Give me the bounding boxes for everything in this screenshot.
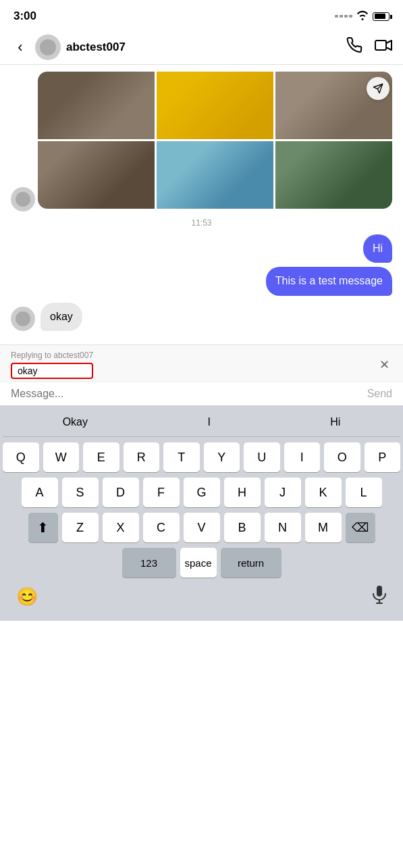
wifi-icon xyxy=(356,11,369,22)
key-g[interactable]: G xyxy=(184,478,220,507)
key-s[interactable]: S xyxy=(62,478,99,507)
chat-area: 11:53 Hi This is a test message okay xyxy=(0,65,403,344)
key-q[interactable]: Q xyxy=(3,442,39,472)
battery-icon xyxy=(373,12,389,21)
key-t[interactable]: T xyxy=(163,442,200,472)
photo-4[interactable] xyxy=(38,141,155,209)
emoji-button[interactable]: 😊 xyxy=(16,586,38,607)
reply-info: Replying to abctest007 okay xyxy=(11,351,93,379)
timestamp: 11:53 xyxy=(11,218,392,228)
avatar-image-2 xyxy=(16,311,30,326)
key-m[interactable]: M xyxy=(305,513,342,542)
phone-icon[interactable] xyxy=(346,37,362,57)
avatar-image xyxy=(40,39,56,55)
nav-actions xyxy=(346,37,392,57)
reply-close-button[interactable]: ✕ xyxy=(377,355,392,375)
video-call-icon[interactable] xyxy=(375,37,392,57)
key-n[interactable]: N xyxy=(265,513,301,542)
photo-message-row xyxy=(11,72,392,211)
keyboard-row-4: 123 space return xyxy=(3,548,400,578)
photo-1[interactable] xyxy=(38,72,155,139)
receiver-avatar-2 xyxy=(11,307,35,331)
reply-quote-text: okay xyxy=(11,363,93,379)
sent-bubble-hi[interactable]: Hi xyxy=(363,234,392,263)
key-i[interactable]: I xyxy=(284,442,321,472)
suggestion-i[interactable]: I xyxy=(199,413,218,431)
key-v[interactable]: V xyxy=(184,513,220,542)
status-bar: 3:00 xyxy=(0,0,403,30)
backspace-key[interactable]: ⌫ xyxy=(346,513,375,542)
status-icons xyxy=(335,11,389,22)
space-key[interactable]: space xyxy=(180,548,217,578)
key-w[interactable]: W xyxy=(43,442,80,472)
signal-icon xyxy=(335,15,352,18)
bottom-bar: 😊 xyxy=(0,580,403,621)
key-j[interactable]: J xyxy=(265,478,301,507)
key-d[interactable]: D xyxy=(103,478,139,507)
photo-6[interactable] xyxy=(275,141,392,209)
svg-rect-0 xyxy=(375,41,386,50)
key-c[interactable]: C xyxy=(143,513,180,542)
keyboard-row-1: Q W E R T Y U I O P xyxy=(3,442,400,472)
receiver-avatar xyxy=(11,187,35,211)
avatar-image xyxy=(16,192,30,207)
key-a[interactable]: A xyxy=(22,478,58,507)
key-o[interactable]: O xyxy=(324,442,360,472)
key-e[interactable]: E xyxy=(83,442,119,472)
key-k[interactable]: K xyxy=(305,478,342,507)
key-z[interactable]: Z xyxy=(62,513,99,542)
key-l[interactable]: L xyxy=(346,478,382,507)
back-button[interactable]: ‹ xyxy=(11,39,30,56)
num-key[interactable]: 123 xyxy=(122,548,176,578)
return-key[interactable]: return xyxy=(221,548,281,578)
suggestion-okay[interactable]: Okay xyxy=(55,413,96,431)
key-x[interactable]: X xyxy=(103,513,139,542)
svg-marker-1 xyxy=(386,41,392,50)
keyboard-row-3: ⬆ Z X C V B N M ⌫ xyxy=(3,513,400,542)
message-input[interactable] xyxy=(11,388,360,400)
suggestion-hi[interactable]: Hi xyxy=(322,413,348,431)
sent-messages-group: Hi This is a test message xyxy=(11,234,392,296)
svg-rect-4 xyxy=(377,586,382,596)
received-message-row: okay xyxy=(11,303,392,331)
received-bubble-okay[interactable]: okay xyxy=(41,303,82,331)
keyboard: Okay I Hi Q W E R T Y U I O P A S D F G … xyxy=(0,405,403,580)
mic-button[interactable] xyxy=(372,585,387,608)
key-u[interactable]: U xyxy=(244,442,280,472)
share-button[interactable] xyxy=(367,77,389,100)
photo-5[interactable] xyxy=(157,141,273,209)
key-r[interactable]: R xyxy=(124,442,160,472)
key-p[interactable]: P xyxy=(365,442,401,472)
reply-to-label: Replying to abctest007 xyxy=(11,351,93,360)
contact-name: abctest007 xyxy=(66,41,346,54)
photo-grid xyxy=(38,72,392,209)
sent-bubble-test[interactable]: This is a test message xyxy=(266,267,392,295)
send-button[interactable]: Send xyxy=(367,388,392,400)
status-time: 3:00 xyxy=(14,9,36,23)
key-b[interactable]: B xyxy=(224,513,261,542)
key-y[interactable]: Y xyxy=(204,442,240,472)
keyboard-suggestions: Okay I Hi xyxy=(3,411,400,437)
nav-bar: ‹ abctest007 xyxy=(0,30,403,65)
avatar xyxy=(35,34,61,60)
photo-grid-container xyxy=(38,72,392,209)
key-h[interactable]: H xyxy=(224,478,261,507)
photo-2[interactable] xyxy=(157,72,273,139)
keyboard-row-2: A S D F G H J K L xyxy=(3,478,400,507)
message-input-bar: Send xyxy=(0,382,403,405)
shift-key[interactable]: ⬆ xyxy=(28,513,58,542)
key-f[interactable]: F xyxy=(143,478,180,507)
reply-bar: Replying to abctest007 okay ✕ xyxy=(0,344,403,382)
